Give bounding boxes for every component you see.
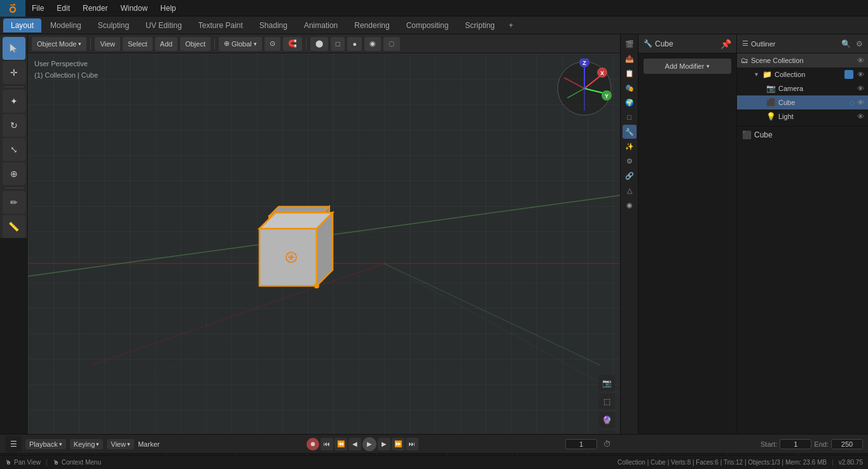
xray-btn[interactable]: □ <box>331 37 345 51</box>
prop-view-layer-icon[interactable]: 📋 <box>623 66 637 80</box>
light-item[interactable]: 💡 Light 👁 <box>737 109 868 123</box>
selected-cube-name: Cube <box>754 130 773 139</box>
camera-item[interactable]: 📷 Camera 👁 <box>737 81 868 95</box>
shading-material-btn[interactable]: ◉ <box>364 37 381 51</box>
menu-edit[interactable]: Edit <box>50 0 76 16</box>
timeline-menu-btn[interactable]: ☰ <box>5 436 22 452</box>
prop-modifier-icon[interactable]: 🔧 <box>623 125 637 139</box>
measure-tool-button[interactable]: 📏 <box>3 215 25 238</box>
add-modifier-button[interactable]: Add Modifier <box>644 59 731 74</box>
collection-item[interactable]: ▼ 📁 Collection 👁 <box>737 67 868 81</box>
object-menu[interactable]: Object <box>180 37 210 51</box>
menu-file[interactable]: File <box>25 0 50 16</box>
prop-constraints-icon[interactable]: 🔗 <box>623 169 637 183</box>
prop-output-icon[interactable]: 📤 <box>623 52 637 66</box>
tab-scripting[interactable]: Scripting <box>457 18 502 32</box>
selected-cube-header: ⬛ Cube <box>742 130 863 139</box>
collection-visibility[interactable]: 👁 <box>857 71 864 78</box>
viewport-canvas[interactable]: User Perspective (1) Collection | Cube <box>28 53 620 469</box>
context-menu-label: Context Menu <box>62 459 101 466</box>
tab-sculpting[interactable]: Sculpting <box>90 18 137 32</box>
annotate-tool-button[interactable]: ✏ <box>3 191 25 214</box>
prop-data-icon[interactable]: △ <box>623 183 637 197</box>
cursor-tool-button[interactable]: ✛ <box>3 61 25 84</box>
current-frame-field[interactable]: 1 <box>565 439 597 449</box>
prev-keyframe-btn[interactable]: ◀ <box>348 438 361 451</box>
next-frame-btn[interactable]: ⏩ <box>392 438 404 451</box>
prop-render-icon[interactable]: 🎬 <box>623 37 637 51</box>
prop-scene-icon[interactable]: 🎭 <box>623 81 637 95</box>
cube-item[interactable]: ⬛ Cube ◇ 👁 <box>737 95 868 109</box>
collection-expand-icon[interactable]: ▼ <box>754 71 760 78</box>
prop-physics-icon[interactable]: ⚙ <box>623 154 637 168</box>
cube-visibility[interactable]: 👁 <box>857 99 864 106</box>
tab-animation[interactable]: Animation <box>296 18 345 32</box>
navigation-gizmo[interactable]: X Y Z <box>555 59 615 119</box>
view-dropdown[interactable]: View <box>107 439 134 449</box>
left-toolbar: ✛ ✦ ↻ ⤡ ⊕ ✏ 📏 <box>0 34 28 238</box>
record-btn[interactable]: ⏺ <box>307 438 319 451</box>
select-menu[interactable]: Select <box>123 37 153 51</box>
tab-add-button[interactable]: + <box>504 19 518 32</box>
marker-btn[interactable]: Marker <box>138 440 160 448</box>
end-frame-field[interactable]: 250 <box>831 439 863 449</box>
blender-logo[interactable] <box>0 0 25 17</box>
move-tool-button[interactable]: ✦ <box>3 90 25 113</box>
cube-object[interactable] <box>231 190 358 319</box>
keying-dropdown[interactable]: Keying <box>70 439 104 449</box>
tab-shading[interactable]: Shading <box>252 18 295 32</box>
tab-uv-editing[interactable]: UV Editing <box>138 18 189 32</box>
add-menu[interactable]: Add <box>155 37 178 51</box>
snap-btn[interactable]: 🧲 <box>283 37 302 51</box>
collection-checkbox[interactable] <box>844 70 853 79</box>
rotate-tool-button[interactable]: ↻ <box>3 114 25 137</box>
prop-material-icon[interactable]: ◉ <box>623 198 637 212</box>
outliner-title: Outliner <box>751 40 839 48</box>
tab-modeling[interactable]: Modeling <box>43 18 89 32</box>
scene-collection-icon: 🗂 <box>741 56 748 65</box>
playback-dropdown[interactable]: Playback <box>25 439 66 449</box>
start-frame-field[interactable]: 1 <box>780 439 811 449</box>
camera-visibility[interactable]: 👁 <box>857 85 864 92</box>
pin-icon[interactable]: 📌 <box>720 39 731 49</box>
menu-help[interactable]: Help <box>154 0 183 16</box>
jump-end-btn[interactable]: ⏭ <box>406 438 418 451</box>
bottom-status-bar: 🖱 Pan View | 🖱 Context Menu Collection |… <box>0 455 868 469</box>
menu-render[interactable]: Render <box>76 0 114 16</box>
transform-tool-button[interactable]: ⊕ <box>3 162 25 185</box>
tab-compositing[interactable]: Compositing <box>399 18 457 32</box>
cube-modifier-indicator: ◇ <box>850 99 855 107</box>
perspective-btn[interactable]: ⬚ <box>598 393 615 410</box>
prop-particles-icon[interactable]: ✨ <box>623 139 637 153</box>
tab-texture-paint[interactable]: Texture Paint <box>191 18 251 32</box>
jump-start-btn[interactable]: ⏮ <box>320 438 333 451</box>
scale-tool-button[interactable]: ⤡ <box>3 138 25 161</box>
scene-collection-item[interactable]: 🗂 Scene Collection 👁 <box>737 53 868 67</box>
svg-point-23 <box>314 283 319 288</box>
view-menu[interactable]: View <box>95 37 120 51</box>
prop-object-icon[interactable]: □ <box>623 110 637 124</box>
viewport-grid: User Perspective (1) Collection | Cube <box>28 53 620 469</box>
outliner-filter-icon[interactable]: ⚙ <box>856 39 863 48</box>
shading-render-btn[interactable]: ◌ <box>383 37 400 51</box>
outliner-search-icon[interactable]: 🔍 <box>841 39 851 48</box>
scene-collection-visibility[interactable]: 👁 <box>857 57 864 64</box>
wrench-icon: 🔧 <box>644 39 652 48</box>
local-view-btn[interactable]: 🔮 <box>598 412 615 428</box>
camera-view-btn[interactable]: 📷 <box>598 375 615 391</box>
prev-frame-btn[interactable]: ⏪ <box>334 438 347 451</box>
select-tool-button[interactable] <box>3 37 25 60</box>
play-btn[interactable]: ▶ <box>362 437 376 451</box>
tab-layout[interactable]: Layout <box>3 18 41 32</box>
object-mode-dropdown[interactable]: Object Mode <box>32 37 86 51</box>
light-visibility[interactable]: 👁 <box>857 113 864 120</box>
collection-label: Collection <box>775 71 842 78</box>
shading-solid-btn[interactable]: ● <box>347 37 362 51</box>
proportional-edit-btn[interactable]: ⊙ <box>265 37 280 51</box>
next-keyframe-btn[interactable]: ▶ <box>378 438 390 451</box>
menu-window[interactable]: Window <box>114 0 154 16</box>
prop-world-icon[interactable]: 🌍 <box>623 95 637 109</box>
tab-rendering[interactable]: Rendering <box>347 18 397 32</box>
transform-dropdown[interactable]: ⊕ Global <box>219 37 262 51</box>
overlay-btn[interactable]: ⬤ <box>310 37 328 51</box>
